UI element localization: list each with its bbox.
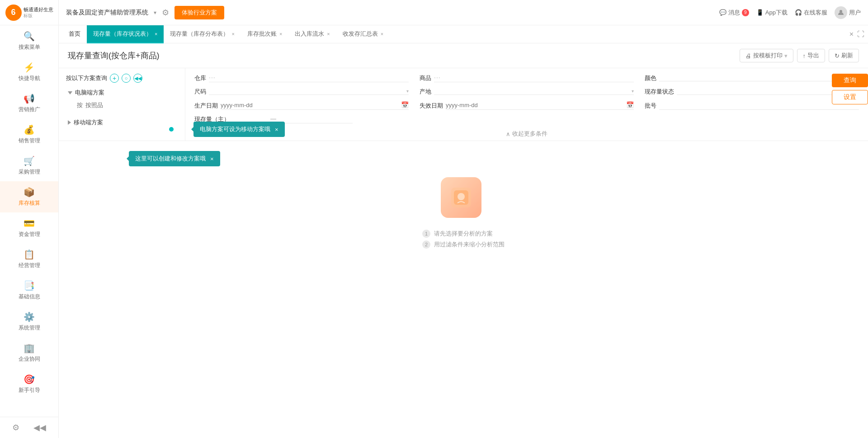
tab-summary-close[interactable]: × xyxy=(381,31,383,37)
logo: 6 畅通通好生意 标版 xyxy=(0,0,58,25)
message-icon: 💬 xyxy=(719,9,726,16)
sidebar-item-finance[interactable]: 💳 资金管理 xyxy=(0,212,58,244)
tab-inout-flow-close[interactable]: × xyxy=(327,31,330,37)
tab-inout-flow[interactable]: 出入库流水 × xyxy=(288,25,336,43)
sidebar-item-label: 经营管理 xyxy=(19,262,40,269)
sidebar-item-inventory[interactable]: 📦 库存核算 xyxy=(0,181,58,212)
refresh-icon: ↻ xyxy=(835,52,840,59)
origin-label: 产地 xyxy=(420,88,431,96)
query-btn[interactable]: 查询 xyxy=(832,74,868,87)
desktop-scheme-label: 电脑端方案 xyxy=(75,89,104,97)
app-download-label: App下载 xyxy=(765,9,788,17)
sidebar-item-quick-nav[interactable]: ⚡ 快捷导航 xyxy=(0,57,58,88)
goods-dots: ··· xyxy=(434,74,441,81)
tab-current-stock[interactable]: 现存量（库存状况表） × xyxy=(87,25,164,43)
connector-dot1 xyxy=(169,127,174,132)
template-print-btn[interactable]: 🖨 按模板打印 ▾ xyxy=(740,49,793,62)
scheme-header: 按以下方案查询 + ○ ◀◀ xyxy=(66,74,178,83)
tab-current-stock-label: 现存量（库存状况表） xyxy=(93,30,152,38)
tooltip1-text: 电脑方案可设为移动方案哦 xyxy=(200,125,270,133)
app-download-item[interactable]: 📱 App下载 xyxy=(756,9,788,17)
basic-info-icon: 📑 xyxy=(24,280,35,291)
mobile-scheme-label: 移动端方案 xyxy=(74,118,103,127)
sidebar-item-sales[interactable]: 💰 销售管理 xyxy=(0,119,58,150)
batch-no-input[interactable] xyxy=(659,102,859,108)
tab-stock-dist[interactable]: 现存量（库存分布表） × xyxy=(164,25,241,43)
size-field: 尺码 ▾ xyxy=(194,88,409,96)
production-date-control: 📅 xyxy=(221,101,409,110)
user-item[interactable]: 用户 xyxy=(835,6,861,19)
filter-row4: 现存量（主） — xyxy=(194,115,859,123)
sidebar-item-system[interactable]: ⚙️ 系统管理 xyxy=(0,306,58,337)
sidebar-item-marketing[interactable]: 📢 营销推广 xyxy=(0,88,58,119)
system-icon: ⚙️ xyxy=(24,311,35,322)
export-btn[interactable]: ↑ 导出 xyxy=(797,49,826,62)
tab-batch-account-label: 库存批次账 xyxy=(247,30,277,38)
gear-icon[interactable]: ⚙ xyxy=(162,8,169,18)
step2-num: 2 xyxy=(422,240,430,249)
collapse-sidebar-icon[interactable]: ◀◀ xyxy=(33,423,46,433)
tab-batch-account[interactable]: 库存批次账 × xyxy=(241,25,288,43)
filter-label: 按以下方案查询 xyxy=(66,74,107,82)
phone-icon: 📱 xyxy=(756,9,764,16)
tab-batch-account-close[interactable]: × xyxy=(279,31,282,37)
sidebar-item-search[interactable]: 🔍 搜索菜单 xyxy=(0,25,58,57)
tab-current-stock-close[interactable]: × xyxy=(155,31,157,37)
range-separator: — xyxy=(270,115,276,122)
warehouse-control: ··· xyxy=(209,74,409,82)
sidebar-item-label: 营销推广 xyxy=(19,106,40,113)
filter-left: 按以下方案查询 + ○ ◀◀ 电脑端方案 按 按照品 移动端方案 xyxy=(59,68,185,141)
close-all-tabs-icon[interactable]: × xyxy=(849,30,854,38)
tab-home-label: 首页 xyxy=(69,30,80,38)
settings-query-btn[interactable]: 设置 xyxy=(832,90,868,104)
stock-qty-min-input[interactable] xyxy=(232,115,269,122)
query-actions: 查询 设置 xyxy=(832,74,868,104)
warehouse-dots: ··· xyxy=(209,74,216,81)
sidebar-item-enterprise[interactable]: 🏢 企业协同 xyxy=(0,337,58,368)
refresh-btn[interactable]: ↻ 刷新 xyxy=(829,49,859,62)
production-date-label: 生产日期 xyxy=(194,102,218,110)
settings-bottom-icon[interactable]: ⚙ xyxy=(12,423,19,433)
sidebar-item-label: 采购管理 xyxy=(19,168,40,176)
sidebar-item-guide[interactable]: 🎯 新手引导 xyxy=(0,368,58,400)
sidebar-item-operation[interactable]: 📋 经营管理 xyxy=(0,244,58,275)
page-header: 现存量查询(按仓库+商品) 🖨 按模板打印 ▾ ↑ 导出 ↻ 刷新 xyxy=(59,43,868,68)
tab-stock-dist-close[interactable]: × xyxy=(231,31,234,37)
header: 装备及固定资产辅助管理系统 ▾ ⚙ 体验行业方案 💬 消息 9 📱 App下载 … xyxy=(59,0,868,25)
sidebar-item-basic-info[interactable]: 📑 基础信息 xyxy=(0,275,58,306)
mobile-scheme-item[interactable]: 移动端方案 xyxy=(66,116,178,129)
online-support-item[interactable]: 🎧 在线客服 xyxy=(795,9,827,17)
tooltip-scheme-info: 电脑方案可设为移动方案哦 × xyxy=(193,122,285,137)
production-date-field: 生产日期 📅 xyxy=(194,101,409,110)
step1-label: 请先选择要分析的方案 xyxy=(434,230,493,238)
trial-btn[interactable]: 体验行业方案 xyxy=(175,6,224,19)
sidebar-item-purchase[interactable]: 🛒 采购管理 xyxy=(0,150,58,181)
expiry-date-input[interactable] xyxy=(446,102,624,108)
origin-control: ▾ xyxy=(434,89,634,95)
sidebar-item-label: 销售管理 xyxy=(19,137,40,145)
desktop-scheme-item[interactable]: 电脑端方案 xyxy=(66,86,178,99)
arrow-scheme-btn[interactable]: ◀◀ xyxy=(133,74,142,83)
headset-icon: 🎧 xyxy=(795,9,802,16)
tooltip1-close-btn[interactable]: × xyxy=(275,126,278,133)
tab-home[interactable]: 首页 xyxy=(62,25,87,43)
message-item[interactable]: 💬 消息 9 xyxy=(719,9,749,17)
tab-summary[interactable]: 收发存汇总表 × xyxy=(336,25,390,43)
add-scheme-btn[interactable]: + xyxy=(110,74,119,83)
filter-right: 仓库 ··· 商品 ··· 颜色 xyxy=(185,68,868,141)
size-label: 尺码 xyxy=(194,88,206,96)
expiry-date-label: 失效日期 xyxy=(420,102,443,110)
expiry-date-control: 📅 xyxy=(446,101,634,110)
edit-scheme-btn[interactable]: ○ xyxy=(122,74,131,83)
empty-step1: 1 请先选择要分析的方案 xyxy=(422,230,505,238)
tooltip2-close-btn[interactable]: × xyxy=(210,155,214,162)
page-title: 现存量查询(按仓库+商品) xyxy=(68,50,160,61)
production-date-input[interactable] xyxy=(221,102,399,108)
empty-text: 1 请先选择要分析的方案 2 用过滤条件来缩小分析范围 xyxy=(422,230,505,249)
collapse-row[interactable]: ∧ 收起更多条件 xyxy=(194,127,859,141)
expand-icon[interactable]: ⛶ xyxy=(857,30,864,38)
quick-nav-icon: ⚡ xyxy=(24,62,35,73)
header-right: 💬 消息 9 📱 App下载 🎧 在线客服 用户 xyxy=(719,6,861,19)
goods-scheme-item[interactable]: 按 按照品 xyxy=(66,99,178,112)
sidebar-item-label: 系统管理 xyxy=(19,324,40,332)
